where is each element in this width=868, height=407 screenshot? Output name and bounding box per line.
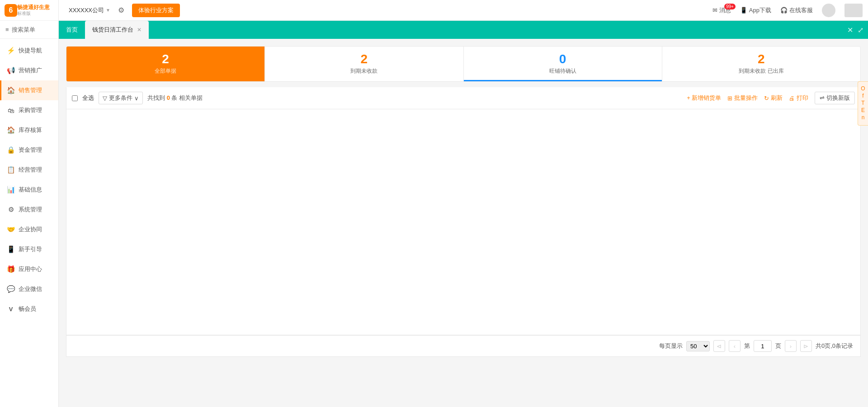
sidebar-item-member[interactable]: V 畅会员 bbox=[0, 299, 58, 319]
next-page-btn[interactable]: › bbox=[785, 340, 797, 352]
app-download-label: App下载 bbox=[749, 6, 771, 14]
last-page-btn[interactable]: ⊳ bbox=[800, 340, 812, 352]
switch-icon: ⇌ bbox=[820, 94, 825, 101]
stats-tab-all[interactable]: 2 全部单据 bbox=[66, 47, 265, 81]
result-prefix: 共找到 bbox=[147, 94, 165, 101]
stats-num-overdue: 2 bbox=[272, 53, 456, 65]
pagination-bar: 每页显示 50 100 200 ⊲ ‹ 第 页 › ⊳ 共0页,0条记录 bbox=[66, 335, 861, 357]
filter-dropdown-icon: ∨ bbox=[134, 95, 139, 102]
message-btn[interactable]: ✉ 消息 99+ bbox=[712, 6, 731, 14]
sidebar-label: 销售管理 bbox=[19, 86, 42, 94]
main-content: 2 全部单据 2 到期未收款 0 旺铺待确认 2 到期未收款 已出库 全选 ▽ … bbox=[59, 39, 868, 407]
basic-icon: 📊 bbox=[7, 186, 15, 194]
app-download-btn[interactable]: 📱 App下载 bbox=[740, 6, 771, 14]
sidebar-item-system[interactable]: ⚙ 系统管理 bbox=[0, 200, 58, 220]
settings-button[interactable]: ⚙ bbox=[115, 4, 127, 17]
tab-actions: ✕ ⤢ bbox=[847, 26, 868, 34]
tab-underline bbox=[464, 80, 662, 81]
sidebar-label: 采购管理 bbox=[19, 106, 42, 114]
purchase-icon: 🛍 bbox=[7, 106, 15, 114]
message-badge: 99+ bbox=[724, 4, 736, 9]
page-label: 第 bbox=[744, 342, 750, 350]
stats-label-overdue-out: 到期未收款 已出库 bbox=[670, 67, 853, 75]
message-icon: ✉ bbox=[712, 7, 717, 14]
more-filters-btn[interactable]: ▽ 更多条件 ∨ bbox=[99, 92, 143, 104]
wecom-icon: 💬 bbox=[7, 285, 15, 293]
switch-version-btn[interactable]: ⇌ 切换新版 bbox=[815, 92, 855, 104]
prev-page-btn[interactable]: ‹ bbox=[729, 340, 741, 352]
toolbar-right: + 新增销货单 ⊞ 批量操作 ↻ 刷新 🖨 打印 ⇌ 切换新版 bbox=[687, 92, 855, 104]
new-sale-label: + 新增销货单 bbox=[687, 94, 721, 102]
print-btn[interactable]: 🖨 打印 bbox=[789, 94, 808, 102]
filter-icon: ▽ bbox=[103, 95, 107, 102]
app-center-icon: 🎁 bbox=[7, 265, 15, 273]
tab-home-label: 首页 bbox=[66, 26, 78, 34]
sidebar-item-sales[interactable]: 🏠 销售管理 bbox=[0, 80, 58, 100]
sidebar-label: 系统管理 bbox=[19, 206, 42, 214]
refresh-btn[interactable]: ↻ 刷新 bbox=[764, 94, 783, 102]
new-sale-btn[interactable]: + 新增销货单 bbox=[687, 94, 721, 102]
logo-icon: 6 bbox=[5, 4, 17, 17]
user-menu[interactable] bbox=[844, 4, 863, 17]
sidebar-item-quick-nav[interactable]: ⚡ 快捷导航 bbox=[0, 41, 58, 61]
first-page-btn[interactable]: ⊲ bbox=[713, 340, 725, 352]
batch-btn[interactable]: ⊞ 批量操作 bbox=[727, 94, 758, 102]
industry-btn[interactable]: 体验行业方案 bbox=[132, 4, 180, 17]
page-input[interactable] bbox=[754, 340, 772, 352]
sidebar-label: 库存核算 bbox=[19, 126, 42, 134]
toolbar-left: 全选 ▽ 更多条件 ∨ 共找到 0 条 相关单据 bbox=[72, 92, 681, 104]
tab-close-icon[interactable]: ✕ bbox=[137, 27, 142, 33]
switch-label: 切换新版 bbox=[826, 94, 850, 101]
tab-minimize-btn[interactable]: ✕ bbox=[847, 26, 853, 34]
sidebar-label: 企业微信 bbox=[19, 285, 42, 293]
online-service-btn[interactable]: 🎧 在线客服 bbox=[780, 6, 813, 14]
batch-icon: ⊞ bbox=[727, 95, 732, 102]
sidebar-item-basic[interactable]: 📊 基础信息 bbox=[0, 180, 58, 200]
refresh-icon: ↻ bbox=[764, 95, 769, 102]
often-badge[interactable]: OfTEn bbox=[858, 81, 868, 126]
search-menu-label: 搜索菜单 bbox=[12, 26, 35, 34]
sidebar-item-cooperation[interactable]: 🤝 企业协同 bbox=[0, 220, 58, 239]
sidebar-item-operation[interactable]: 📋 经营管理 bbox=[0, 160, 58, 180]
sidebar-item-finance[interactable]: 🔒 资金管理 bbox=[0, 140, 58, 160]
stats-label-pending: 旺铺待确认 bbox=[471, 67, 655, 75]
sidebar: 6 畅捷通好生意 标准版 ≡ 搜索菜单 ⚡ 快捷导航 📢 营销推广 🏠 销售管理… bbox=[0, 0, 59, 407]
search-menu-btn[interactable]: ≡ 搜索菜单 bbox=[0, 21, 58, 39]
sidebar-item-inventory[interactable]: 🏠 库存核算 bbox=[0, 120, 58, 140]
refresh-label: 刷新 bbox=[771, 94, 783, 102]
search-icon: ≡ bbox=[5, 26, 9, 33]
sidebar-item-guide[interactable]: 📱 新手引导 bbox=[0, 239, 58, 259]
member-icon: V bbox=[7, 305, 15, 313]
inventory-icon: 🏠 bbox=[7, 126, 15, 134]
stats-tab-overdue-out[interactable]: 2 到期未收款 已出库 bbox=[662, 47, 860, 81]
avatar[interactable] bbox=[822, 4, 835, 17]
sidebar-label: 企业协同 bbox=[19, 225, 42, 234]
result-count: 0 bbox=[167, 94, 170, 101]
cooperation-icon: 🤝 bbox=[7, 225, 15, 234]
sidebar-item-app-center[interactable]: 🎁 应用中心 bbox=[0, 259, 58, 279]
operation-icon: 📋 bbox=[7, 166, 15, 174]
stats-label-all: 全部单据 bbox=[74, 67, 257, 75]
stats-tab-overdue[interactable]: 2 到期未收款 bbox=[265, 47, 463, 81]
company-selector[interactable]: XXXXXX公司 ▼ bbox=[69, 6, 110, 14]
tab-workbench[interactable]: 钱货日清工作台 ✕ bbox=[85, 21, 149, 39]
sidebar-label: 快捷导航 bbox=[19, 47, 42, 55]
sidebar-label: 营销推广 bbox=[19, 66, 42, 75]
select-all-checkbox[interactable] bbox=[72, 95, 78, 101]
sidebar-label: 畅会员 bbox=[19, 305, 36, 313]
stats-num-overdue-out: 2 bbox=[670, 53, 853, 65]
result-suffix: 相关单据 bbox=[179, 94, 203, 101]
sidebar-item-marketing[interactable]: 📢 营销推广 bbox=[0, 61, 58, 80]
tab-workbench-label: 钱货日清工作台 bbox=[92, 26, 133, 34]
stats-num-all: 2 bbox=[74, 53, 257, 65]
stats-num-pending: 0 bbox=[471, 53, 655, 65]
sidebar-item-purchase[interactable]: 🛍 采购管理 bbox=[0, 100, 58, 120]
tab-bar: 首页 钱货日清工作台 ✕ ✕ ⤢ bbox=[59, 21, 868, 39]
stats-tab-pending[interactable]: 0 旺铺待确认 bbox=[464, 47, 662, 81]
sidebar-item-wecom[interactable]: 💬 企业微信 bbox=[0, 279, 58, 299]
toolbar: 全选 ▽ 更多条件 ∨ 共找到 0 条 相关单据 + 新增销货单 ⊞ 批量操作 bbox=[66, 87, 861, 109]
tab-home[interactable]: 首页 bbox=[59, 21, 85, 39]
tab-maximize-btn[interactable]: ⤢ bbox=[858, 26, 863, 34]
sidebar-label: 资金管理 bbox=[19, 146, 42, 154]
per-page-select[interactable]: 50 100 200 bbox=[686, 341, 710, 351]
